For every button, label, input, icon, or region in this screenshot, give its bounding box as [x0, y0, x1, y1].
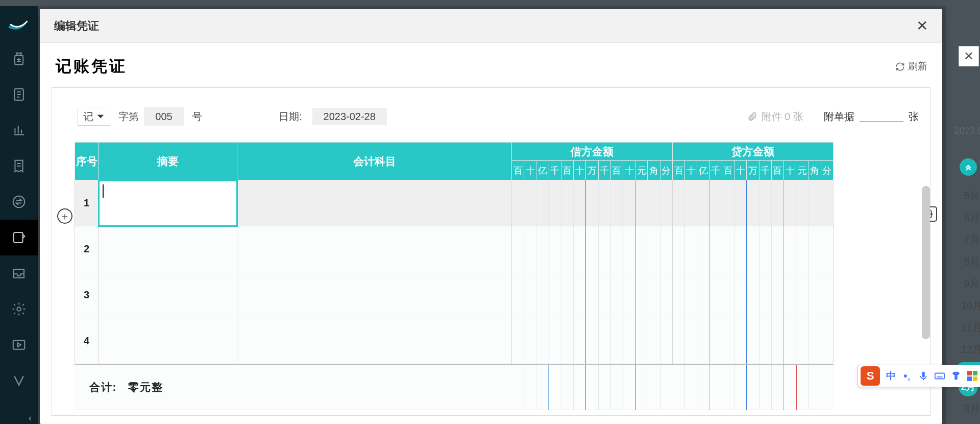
voucher-number-input[interactable]: 005	[144, 107, 184, 126]
d: 十	[783, 161, 796, 180]
fudanju-input[interactable]	[860, 111, 903, 122]
receipt-icon	[11, 158, 27, 174]
month-7[interactable]: 7月	[957, 229, 980, 251]
cell-debit[interactable]	[512, 318, 673, 364]
cell-summary[interactable]	[99, 180, 237, 226]
chevron-down-icon	[96, 114, 105, 119]
cell-subject[interactable]	[237, 272, 512, 318]
exchange-icon	[11, 194, 27, 209]
nav-item-5[interactable]	[0, 184, 38, 220]
voucher-type-select[interactable]: 记	[78, 108, 110, 126]
svg-rect-7	[935, 373, 944, 379]
chevron-up-double-icon	[964, 162, 973, 172]
ledger-icon	[11, 87, 27, 102]
cell-summary[interactable]	[99, 318, 237, 364]
hao-label: 号	[192, 110, 202, 124]
cell-credit[interactable]	[673, 318, 834, 364]
nav-item-4[interactable]	[0, 148, 38, 184]
voucher-table: 序号 摘要 会计科目 借方金额 贷方金额 百十亿千百十万千百十元角分 百十亿千百…	[75, 142, 834, 410]
attachment-button[interactable]: 附件 0 张	[747, 110, 803, 124]
th-credit: 贷方金额	[673, 143, 834, 161]
nav-item-7[interactable]	[0, 255, 38, 291]
month-6[interactable]: 6月	[957, 207, 980, 229]
d: 十	[623, 161, 635, 180]
voucher-type-value: 记	[83, 110, 93, 124]
month-12[interactable]: 12月	[957, 339, 980, 361]
svg-rect-4	[13, 340, 25, 349]
month-10[interactable]: 10月	[957, 295, 980, 317]
cell-debit[interactable]	[512, 226, 673, 272]
ime-skin-icon[interactable]	[948, 366, 964, 386]
month-11[interactable]: 11月	[957, 317, 980, 339]
cell-seq: 1	[75, 180, 99, 226]
nav-item-6-active[interactable]	[0, 220, 38, 255]
d: 十	[524, 161, 536, 180]
paperclip-icon	[747, 111, 757, 122]
table-scrollbar[interactable]	[922, 186, 930, 339]
d: 百	[561, 161, 573, 180]
nav-item-1[interactable]	[0, 41, 38, 77]
th-summary: 摘要	[99, 143, 237, 180]
ime-lang[interactable]: 中	[883, 366, 899, 386]
modal-header: 编辑凭证 ✕	[40, 9, 942, 43]
month-3[interactable]: 3月	[957, 398, 980, 420]
d: 角	[648, 161, 660, 180]
cell-summary[interactable]	[99, 226, 237, 272]
collapse-nav-icon[interactable]: ‹	[29, 413, 32, 423]
cell-debit[interactable]	[512, 272, 673, 318]
bg-close-button[interactable]: ✕	[959, 46, 979, 66]
table-row: 3	[75, 272, 834, 318]
d: 角	[808, 161, 821, 180]
cell-seq: 3	[75, 272, 99, 318]
add-row-button[interactable]: ＋	[57, 208, 72, 224]
refresh-button[interactable]: 刷新	[895, 60, 927, 73]
svg-point-3	[17, 307, 21, 311]
video-icon	[11, 337, 27, 352]
month-8[interactable]: 8月	[957, 251, 980, 273]
d: 十	[574, 161, 586, 180]
ime-toolbar[interactable]: S 中 •,	[857, 365, 980, 387]
gear-icon	[11, 301, 27, 317]
th-debit: 借方金额	[512, 143, 673, 161]
voucher-card: 记账凭证 刷新 记 字第 005 号 日期: 2023-02-28	[51, 53, 931, 416]
cell-subject[interactable]	[237, 180, 512, 226]
modal-close-button[interactable]: ✕	[916, 17, 928, 34]
nav-item-10[interactable]	[0, 363, 38, 398]
th-subject: 会计科目	[237, 143, 512, 180]
d: 亿	[536, 161, 549, 180]
ime-punct[interactable]: •,	[899, 366, 915, 386]
nav-item-8[interactable]	[0, 291, 38, 327]
zidi-label: 字第	[118, 110, 139, 124]
month-9[interactable]: 9月	[957, 273, 980, 295]
date-label: 日期:	[279, 110, 302, 124]
scroll-top-button[interactable]	[960, 158, 977, 176]
cell-credit[interactable]	[673, 226, 834, 272]
nav-item-3[interactable]	[0, 112, 38, 148]
cell-credit[interactable]	[673, 272, 834, 318]
d: 十	[685, 161, 697, 180]
ime-menu-icon[interactable]	[964, 366, 980, 386]
inbox-icon	[11, 266, 27, 281]
cell-subject[interactable]	[237, 226, 512, 272]
money-bag-icon	[11, 51, 27, 66]
cell-subject[interactable]	[237, 318, 512, 364]
d: 百	[722, 161, 734, 180]
nav-item-9[interactable]	[0, 327, 38, 363]
total-row: 合计: 零元整	[75, 364, 834, 410]
d: 百	[610, 161, 623, 180]
app-logo	[7, 7, 33, 33]
d: 分	[660, 161, 672, 180]
total-debit	[512, 364, 673, 410]
ime-mic-icon[interactable]	[915, 366, 932, 386]
cell-summary[interactable]	[99, 272, 237, 318]
cell-debit[interactable]	[512, 180, 673, 226]
table-row: 1	[75, 180, 834, 226]
ime-keyboard-icon[interactable]	[932, 366, 948, 386]
cell-credit[interactable]	[673, 180, 834, 226]
voucher-title: 记账凭证	[56, 56, 127, 77]
nav-item-2[interactable]	[0, 77, 38, 112]
left-nav	[0, 6, 38, 424]
month-5[interactable]: 5月	[957, 185, 980, 207]
refresh-label: 刷新	[908, 60, 927, 73]
date-input[interactable]: 2023-02-28	[312, 108, 387, 125]
